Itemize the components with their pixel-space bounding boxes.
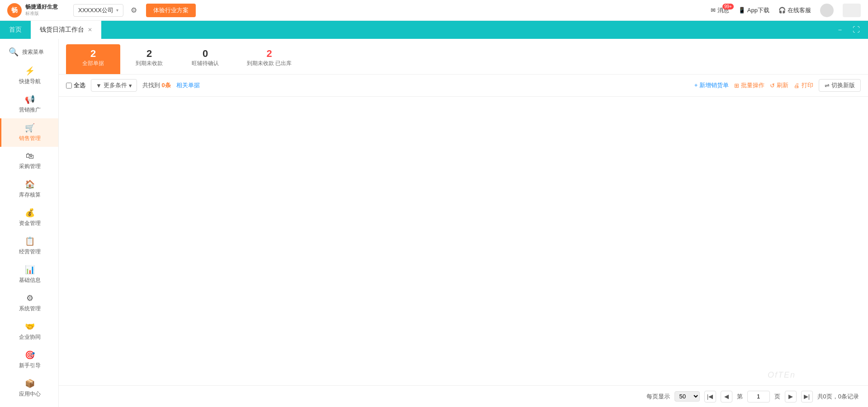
sidebar-item-search[interactable]: 🔍 搜索菜单	[0, 42, 58, 61]
stat-tab-all[interactable]: 2 全部单据	[66, 44, 120, 74]
sales-icon: 🛒	[25, 123, 35, 133]
refresh-button[interactable]: ↺ 刷新	[770, 81, 788, 89]
experience-button[interactable]: 体验行业方案	[146, 4, 196, 17]
system-icon: ⚙	[26, 293, 33, 303]
table-area	[59, 97, 868, 385]
next-page-button[interactable]: ▶	[785, 391, 797, 402]
page-input[interactable]	[747, 391, 770, 402]
operations-icon: 📋	[25, 236, 35, 246]
sidebar-item-sales[interactable]: 🛒 销售管理	[0, 118, 58, 147]
chevron-down-icon: ▾	[116, 8, 118, 13]
logo-text: 畅捷通好生意 标准版	[25, 4, 58, 16]
company-selector[interactable]: XXXXXX公司 ▾	[73, 4, 123, 17]
select-all-label: 全选	[74, 81, 85, 89]
sidebar-marketing-label: 营销推广	[19, 106, 41, 114]
refresh-icon: ↺	[770, 82, 775, 89]
sidebar-sales-label: 销售管理	[19, 135, 41, 142]
sidebar-basicinfo-label: 基础信息	[19, 276, 41, 284]
sidebar: 🔍 搜索菜单 ⚡ 快捷导航 📢 营销推广 🛒 销售管理 🛍 采购管理 🏠 库存核…	[0, 39, 59, 407]
filter-chevron-icon: ▾	[129, 82, 132, 89]
toolbar: 全选 ▼ 更多条件 ▾ 共找到 0条 相关单据 + 新增销货单 ⊞ 批量操作 ↺	[59, 75, 868, 97]
sidebar-item-quicknav[interactable]: ⚡ 快捷导航	[0, 61, 58, 90]
add-order-button[interactable]: + 新增销货单	[694, 81, 729, 89]
stat-tab-overdue[interactable]: 2 到期未收款	[122, 44, 176, 74]
stat-all-label: 全部单据	[82, 60, 104, 67]
tab-home[interactable]: 首页	[0, 21, 31, 39]
sidebar-item-inventory[interactable]: 🏠 库存核算	[0, 175, 58, 203]
sidebar-item-purchase[interactable]: 🛍 采购管理	[0, 147, 58, 175]
header-right: ✉ 消息 99+ 📱 App下载 🎧 在线客服	[711, 4, 861, 17]
sidebar-item-operations[interactable]: 📋 经营管理	[0, 232, 58, 260]
stat-shipped-label: 到期未收款 已出库	[247, 60, 292, 67]
stat-wangfu-label: 旺辅待确认	[192, 60, 219, 67]
avatar[interactable]	[820, 4, 834, 17]
quicknav-icon: ⚡	[25, 66, 35, 76]
stat-tab-wangfu[interactable]: 0 旺辅待确认	[178, 44, 232, 74]
tab-workbench-label: 钱货日清工作台	[40, 26, 84, 34]
last-page-button[interactable]: ▶|	[801, 391, 813, 402]
stat-shipped-count: 2	[267, 48, 272, 60]
select-all-checkbox[interactable]: 全选	[66, 81, 85, 89]
sidebar-enterprise-label: 企业协同	[19, 333, 41, 341]
stats-tabs: 2 全部单据 2 到期未收款 0 旺辅待确认 2 到期未收款 已出库	[59, 39, 868, 75]
per-page-select[interactable]: 50 100 200	[675, 391, 700, 402]
switch-label: 切换新版	[831, 81, 855, 89]
sidebar-item-guide[interactable]: 🎯 新手引导	[0, 346, 58, 374]
tab-workbench[interactable]: 钱货日清工作台 ✕	[31, 21, 101, 39]
main-layout: 🔍 搜索菜单 ⚡ 快捷导航 📢 营销推广 🛒 销售管理 🛍 采购管理 🏠 库存核…	[0, 39, 868, 407]
sidebar-finance-label: 资金管理	[19, 220, 41, 227]
sidebar-item-system[interactable]: ⚙ 系统管理	[0, 289, 58, 317]
app-download-label: App下载	[747, 6, 769, 14]
more-filters-button[interactable]: ▼ 更多条件 ▾	[91, 79, 137, 92]
first-page-button[interactable]: |◀	[704, 391, 716, 402]
messages-badge: 99+	[722, 4, 734, 9]
sidebar-quicknav-label: 快捷导航	[19, 78, 41, 85]
print-icon: 🖨	[794, 82, 800, 89]
finance-icon: 💰	[25, 208, 35, 218]
tab-close-icon[interactable]: ✕	[88, 27, 92, 33]
logo-area: 畅 畅捷通好生意 标准版	[7, 3, 66, 18]
select-all-input[interactable]	[66, 83, 72, 89]
sidebar-item-appstore[interactable]: 📦 应用中心	[0, 374, 58, 402]
switch-icon: ⇌	[825, 82, 830, 89]
batch-icon: ⊞	[734, 82, 739, 89]
online-service-label: 在线客服	[788, 6, 811, 14]
tab-minimize-button[interactable]: －	[834, 23, 846, 36]
messages-button[interactable]: ✉ 消息 99+	[711, 6, 729, 14]
sidebar-item-basicinfo[interactable]: 📊 基础信息	[0, 260, 58, 289]
sidebar-system-label: 系统管理	[19, 305, 41, 313]
batch-operation-button[interactable]: ⊞ 批量操作	[734, 81, 764, 89]
toolbar-right: + 新增销货单 ⊞ 批量操作 ↺ 刷新 🖨 打印 ⇌ 切换新版	[694, 79, 861, 92]
service-icon: 🎧	[778, 7, 786, 14]
sidebar-appstore-label: 应用中心	[19, 390, 41, 398]
sidebar-item-marketing[interactable]: 📢 营销推广	[0, 90, 58, 118]
user-name-area	[843, 4, 861, 17]
sidebar-item-finance[interactable]: 💰 资金管理	[0, 203, 58, 232]
found-text: 共找到 0条	[142, 81, 171, 89]
tab-maximize-button[interactable]: ⛶	[850, 23, 863, 36]
print-button[interactable]: 🖨 打印	[794, 81, 813, 89]
sidebar-item-enterprise[interactable]: 🤝 企业协同	[0, 317, 58, 346]
page-label: 第	[737, 393, 743, 401]
message-icon: ✉	[711, 7, 716, 14]
related-orders-link[interactable]: 相关单据	[176, 81, 200, 89]
page-label-end: 页	[774, 393, 780, 401]
sidebar-item-wechat[interactable]: 💬 企业微信	[0, 402, 58, 407]
download-icon: 📱	[738, 7, 745, 14]
search-icon: 🔍	[9, 47, 19, 57]
stat-tab-shipped[interactable]: 2 到期未收款 已出库	[234, 44, 304, 74]
stat-overdue-label: 到期未收款	[136, 60, 163, 67]
prev-page-button[interactable]: ◀	[721, 391, 732, 402]
purchase-icon: 🛍	[26, 151, 34, 161]
batch-label: 批量操作	[741, 81, 764, 89]
marketing-icon: 📢	[25, 94, 35, 104]
app-download-button[interactable]: 📱 App下载	[738, 6, 769, 14]
top-header: 畅 畅捷通好生意 标准版 XXXXXX公司 ▾ ⚙ 体验行业方案 ✉ 消息 99…	[0, 0, 868, 21]
sidebar-guide-label: 新手引导	[19, 362, 41, 370]
content-area: 2 全部单据 2 到期未收款 0 旺辅待确认 2 到期未收款 已出库 全选	[59, 39, 868, 407]
pagination: 每页显示 50 100 200 |◀ ◀ 第 页 ▶ ▶| 共0页，0条记录	[59, 385, 868, 407]
online-service-button[interactable]: 🎧 在线客服	[778, 6, 811, 14]
switch-version-button[interactable]: ⇌ 切换新版	[819, 79, 861, 92]
settings-button[interactable]: ⚙	[127, 4, 141, 17]
inventory-icon: 🏠	[25, 179, 35, 189]
